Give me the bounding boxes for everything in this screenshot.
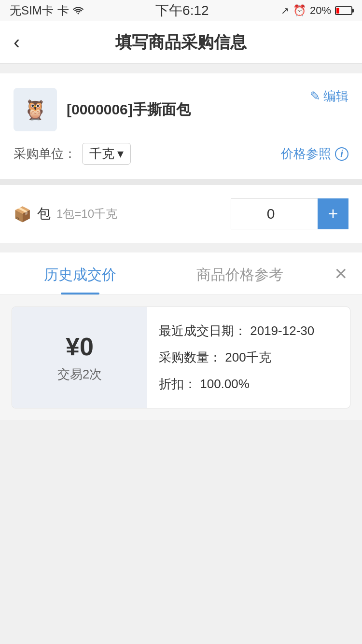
battery-icon	[335, 6, 352, 15]
section-divider	[0, 179, 362, 185]
transaction-qty-row: 采购数量： 200千克	[159, 348, 338, 367]
transaction-details: 最近成交日期： 2019-12-30 采购数量： 200千克 折扣： 100.0…	[147, 307, 350, 408]
status-bar: 无SIM卡 卡 下午6:12 ↗ ⏰ 20%	[0, 0, 362, 21]
product-footer: 采购单位： 千克 ▾ 价格参照 i	[14, 143, 348, 165]
info-icon: i	[335, 147, 348, 161]
date-value: 2019-12-30	[250, 323, 314, 338]
tab-history-price[interactable]: 历史成交价	[0, 252, 160, 294]
product-thumbnail: 🦉	[14, 88, 57, 131]
price-ref-button[interactable]: 价格参照 i	[281, 145, 348, 162]
discount-label: 折扣：	[159, 377, 196, 391]
tab-close-button[interactable]: ✕	[320, 264, 362, 283]
transaction-count: 交易2次	[57, 366, 102, 383]
unit-value: 千克	[89, 145, 114, 162]
alarm-icon: ⏰	[293, 4, 306, 17]
qty-value: 200千克	[225, 350, 271, 364]
bag-label: 包	[37, 205, 51, 223]
discount-value: 100.00%	[200, 377, 250, 391]
product-name: [0000006]手撕面包	[67, 100, 191, 120]
product-image-icon: 🦉	[23, 98, 47, 121]
transaction-price: ¥0	[66, 332, 94, 361]
unit-select[interactable]: 千克 ▾	[82, 143, 131, 165]
quantity-input[interactable]	[231, 199, 318, 229]
plus-button[interactable]: +	[318, 198, 348, 229]
close-icon: ✕	[334, 264, 348, 283]
carrier-label: 无SIM卡	[10, 3, 54, 18]
qty-label: 采购数量：	[159, 350, 222, 364]
edit-icon: ✎	[310, 89, 320, 104]
product-left: 🦉 [0000006]手撕面包	[14, 88, 191, 131]
transaction-section: ¥0 交易2次 最近成交日期： 2019-12-30 采购数量： 200千克 折…	[0, 295, 362, 420]
nav-bar: ‹ 填写商品采购信息	[0, 21, 362, 64]
product-header: 🦉 [0000006]手撕面包 ✎ 编辑	[14, 88, 348, 131]
tab-price-ref[interactable]: 商品价格参考	[160, 252, 320, 294]
transaction-summary: ¥0 交易2次	[12, 307, 147, 408]
status-right: ↗ ⏰ 20%	[281, 4, 352, 17]
sim-label: 卡	[57, 3, 69, 18]
transaction-card: ¥0 交易2次 最近成交日期： 2019-12-30 采购数量： 200千克 折…	[12, 307, 350, 408]
location-icon: ↗	[281, 5, 289, 16]
transaction-discount-row: 折扣： 100.00%	[159, 375, 338, 393]
product-card: 🦉 [0000006]手撕面包 ✎ 编辑 采购单位： 千克 ▾ 价格参照 i	[0, 73, 362, 179]
status-left: 无SIM卡 卡	[10, 3, 84, 18]
transaction-date-row: 最近成交日期： 2019-12-30	[159, 322, 338, 340]
edit-label: 编辑	[323, 88, 348, 105]
price-ref-label: 价格参照	[281, 145, 331, 162]
status-time: 下午6:12	[155, 1, 209, 20]
chevron-down-icon: ▾	[117, 146, 124, 161]
tabs-bar: 历史成交价 商品价格参考 ✕	[0, 252, 362, 295]
date-label: 最近成交日期：	[159, 323, 247, 338]
tab-history-label: 历史成交价	[44, 266, 116, 282]
quantity-input-wrap	[231, 198, 318, 229]
battery-percent: 20%	[310, 4, 331, 17]
quantity-controls: +	[231, 198, 348, 229]
back-button[interactable]: ‹	[14, 31, 20, 53]
quantity-label: 📦 包 1包=10千克	[14, 205, 117, 223]
bag-icon: 📦	[14, 206, 31, 223]
tab-price-ref-label: 商品价格参考	[196, 266, 283, 282]
unit-label: 采购单位：	[14, 145, 76, 162]
wifi-icon	[73, 4, 84, 17]
quantity-row: 📦 包 1包=10千克 +	[0, 185, 362, 243]
page-title: 填写商品采购信息	[115, 31, 247, 54]
bag-sub-label: 1包=10千克	[56, 206, 117, 222]
unit-row: 采购单位： 千克 ▾	[14, 143, 131, 165]
edit-button[interactable]: ✎ 编辑	[310, 88, 348, 105]
